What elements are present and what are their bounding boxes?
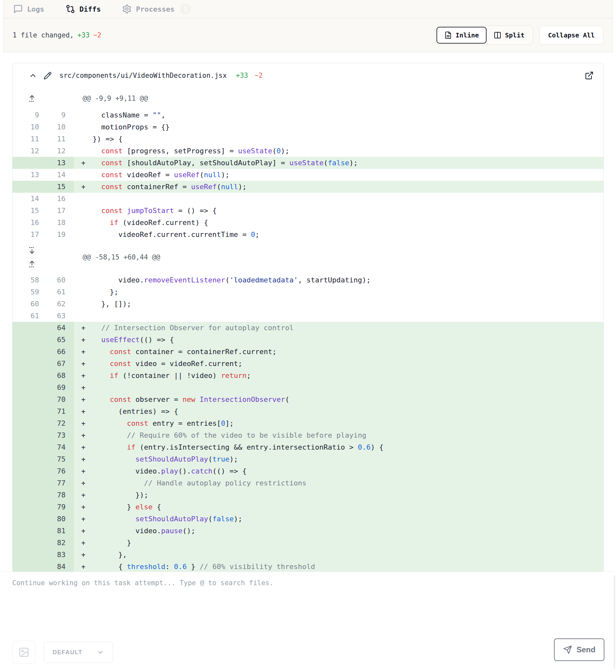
- model-select-value: DEFAULT: [53, 649, 82, 656]
- line-number-new: 69: [47, 382, 74, 393]
- image-icon: [18, 647, 29, 658]
- line-number-new: 61: [47, 286, 74, 298]
- inline-view-button[interactable]: Inline: [436, 27, 487, 44]
- collapse-all-button[interactable]: Collapse All: [539, 26, 604, 45]
- line-number-new: 19: [47, 229, 74, 240]
- changes-summary: 1 file changed, +33 −2: [13, 31, 101, 39]
- diff-row: 79+ } else {: [13, 501, 603, 513]
- line-number-new: 66: [47, 346, 74, 358]
- split-view-button[interactable]: Split: [487, 27, 531, 44]
- line-number-old: 12: [13, 145, 47, 157]
- deletions-count: −2: [93, 31, 101, 39]
- diff-row: 70+ const observer = new IntersectionObs…: [13, 393, 603, 405]
- file-path[interactable]: src/components/ui/VideoWithDecoration.js…: [59, 72, 227, 79]
- code-line: const jumpToStart = () => {: [93, 205, 603, 217]
- code-line: { threshold: 0.6 } // 60% visibility thr…: [93, 561, 603, 572]
- scrollbar[interactable]: [614, 575, 615, 669]
- line-number-old: 16: [13, 217, 47, 229]
- tab-processes[interactable]: Processes 3: [122, 4, 191, 15]
- line-number-old: [13, 537, 47, 549]
- tab-diffs[interactable]: Diffs: [66, 4, 101, 14]
- diff-row: 5860 video.removeEventListener('loadedme…: [13, 274, 603, 286]
- diff-marker: [74, 217, 93, 229]
- diff-marker: [74, 133, 93, 145]
- code-line: [93, 310, 603, 322]
- line-number-old: 14: [13, 193, 47, 205]
- diff-marker: [74, 145, 93, 157]
- code-line: const container = containerRef.current;: [93, 346, 603, 358]
- code-line: // Require 60% of the video to be visibl…: [93, 429, 603, 441]
- diff-marker: +: [74, 501, 93, 513]
- expand-down-icon[interactable]: [28, 246, 36, 255]
- line-number-old: [13, 405, 47, 417]
- line-number-old: [13, 429, 47, 441]
- diff-marker: [74, 298, 93, 310]
- diff-row: 13+ const [shouldAutoPlay, setShouldAuto…: [13, 157, 603, 169]
- code-line: className = "",: [93, 109, 603, 121]
- line-number-old: [13, 525, 47, 537]
- chat-input[interactable]: [12, 579, 548, 618]
- code-line: videoRef.current.currentTime = 0;: [93, 229, 603, 240]
- line-number-new: 11: [47, 133, 74, 145]
- line-number-new: 68: [47, 370, 74, 382]
- code-line: useEffect(() => {: [93, 334, 603, 346]
- chat-bubble-icon: [13, 4, 23, 14]
- line-number-old: [13, 346, 47, 358]
- diff-marker: +: [74, 477, 93, 489]
- diff-marker: [74, 274, 93, 286]
- hunk-header: @@ -9,9 +9,11 @@: [51, 95, 148, 102]
- diff-row: 77+ // Handle autoplay policy restrictio…: [13, 477, 603, 489]
- diff-row: 66+ const container = containerRef.curre…: [13, 346, 603, 358]
- diff-row: 81+ video.pause();: [13, 525, 603, 537]
- send-button[interactable]: Send: [554, 638, 604, 661]
- line-number-new: 13: [47, 157, 74, 169]
- diff-marker: +: [74, 513, 93, 525]
- line-number-new: 82: [47, 537, 74, 549]
- processes-count-badge: 3: [180, 4, 191, 15]
- diff-row: 78+ });: [13, 489, 603, 501]
- inline-view-label: Inline: [456, 31, 479, 39]
- top-panel: Logs Diffs Processes 3 1 file changed, +…: [3, 0, 613, 52]
- diff-body: @@ -9,9 +9,11 @@99 className = "",1010 m…: [13, 88, 603, 572]
- file-deletions: −2: [254, 72, 262, 79]
- diff-row: 72+ const entry = entries[0];: [13, 417, 603, 429]
- line-number-new: 62: [47, 298, 74, 310]
- pencil-icon: [44, 72, 52, 80]
- collapse-file-button[interactable]: [29, 71, 37, 80]
- attach-image-button[interactable]: [12, 641, 36, 664]
- additions-count: +33: [77, 31, 90, 39]
- view-mode-toggle: Inline Split: [435, 25, 533, 45]
- diff-row: 5961 };: [13, 286, 603, 298]
- open-external-button[interactable]: [585, 71, 594, 80]
- diff-row: 1111}) => {: [13, 133, 603, 145]
- diff-row: 1517 const jumpToStart = () => {: [13, 205, 603, 217]
- line-number-old: [13, 370, 47, 382]
- send-icon: [563, 645, 572, 654]
- diff-marker: +: [74, 561, 93, 572]
- line-number-old: 11: [13, 133, 47, 145]
- line-number-old: [13, 322, 47, 334]
- diff-row: 1618 if (videoRef.current) {: [13, 217, 603, 229]
- diff-marker: +: [74, 525, 93, 537]
- diff-marker: [74, 286, 93, 298]
- line-number-new: 12: [47, 145, 74, 157]
- expand-up-icon[interactable]: [28, 94, 36, 103]
- line-number-new: 17: [47, 205, 74, 217]
- code-line: const containerRef = useRef(null);: [93, 181, 603, 193]
- diff-row: 80+ setShouldAutoPlay(false);: [13, 513, 603, 525]
- tab-logs[interactable]: Logs: [13, 4, 44, 14]
- code-line: video.removeEventListener('loadedmetadat…: [93, 274, 603, 286]
- expand-up-icon[interactable]: [28, 259, 36, 269]
- diff-marker: +: [74, 370, 93, 382]
- code-line: },: [93, 549, 603, 561]
- diff-marker: +: [74, 489, 93, 501]
- code-line: setShouldAutoPlay(true);: [93, 453, 603, 465]
- external-link-icon: [585, 71, 594, 80]
- diff-marker: [74, 229, 93, 240]
- tab-logs-label: Logs: [27, 5, 44, 13]
- line-number-old: [13, 501, 47, 513]
- tab-bar: Logs Diffs Processes 3: [4, 0, 612, 18]
- file-header: src/components/ui/VideoWithDecoration.js…: [13, 63, 603, 88]
- chevron-down-icon: [97, 648, 104, 656]
- model-select[interactable]: DEFAULT: [44, 642, 113, 663]
